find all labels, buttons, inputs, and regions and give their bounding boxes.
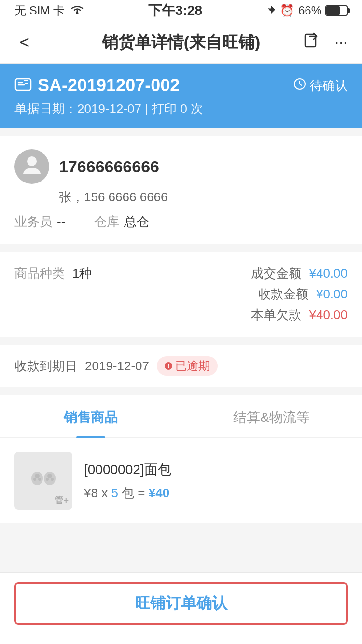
warehouse-detail: 仓库 总仓 [94,213,149,230]
product-price: ¥8 x 5 包 = ¥40 [84,485,348,502]
product-qty: 5 [111,486,118,500]
wifi-icon [70,4,84,17]
carrier-label: 无 SIM 卡 [14,3,65,18]
product-total: ¥40 [149,486,169,500]
payment-row: 收款金额 ¥0.00 [258,286,348,303]
product-thumb-label: 管+ [55,494,69,506]
location-icon [266,4,276,17]
due-date-value: 2019-12-07 [85,359,149,374]
amount-value: ¥40.00 [309,266,348,281]
more-button[interactable]: ··· [334,33,348,51]
overdue-badge: ! 已逾期 [157,356,218,376]
order-meta: 单据日期：2019-12-07 | 打印 0 次 [14,100,348,117]
product-item: 管+ [0000002]面包 ¥8 x 5 包 = ¥40 [0,438,362,523]
svg-point-4 [27,156,37,166]
order-icon [14,75,32,96]
payment-label: 收款金额 [258,286,308,303]
alarm-icon: ⏰ [280,4,294,17]
amount-label: 成交金额 [251,265,301,282]
debt-label: 本单欠款 [251,307,301,323]
debt-row: 本单欠款 ¥40.00 [251,307,348,323]
bottom-bar: 旺铺订单确认 [0,572,362,644]
sales-value: -- [57,214,65,229]
battery-percent: 66% [298,4,321,17]
tab-settlement[interactable]: 结算&物流等 [181,395,362,437]
order-status-badge: 待确认 [293,77,348,94]
summary-left: 商品种类 1种 [14,265,92,282]
amount-row: 成交金额 ¥40.00 [251,265,348,282]
due-section: 收款到期日 2019-12-07 ! 已逾期 [0,345,362,387]
customer-phone: 17666666666 [59,157,159,176]
product-type-value: 1种 [72,265,92,282]
avatar-icon [20,153,43,181]
overdue-text: 已逾期 [175,358,210,374]
status-text: 待确认 [310,77,348,94]
order-number: SA-20191207-002 [38,75,180,96]
payment-value: ¥0.00 [316,287,348,302]
tabs-header: 销售商品 结算&物流等 [0,395,362,438]
page-title: 销货单详情(来自旺铺) [102,31,261,54]
summary-section: 商品种类 1种 成交金额 ¥40.00 收款金额 ¥0.00 本单欠款 ¥40.… [0,252,362,337]
customer-name: 张，156 6666 6666 [59,189,348,206]
sales-label: 业务员 [14,213,52,230]
customer-details: 业务员 -- 仓库 总仓 [14,213,348,230]
summary-right: 成交金额 ¥40.00 收款金额 ¥0.00 本单欠款 ¥40.00 [251,265,348,323]
svg-point-7 [33,478,36,481]
header-card-top: SA-20191207-002 待确认 [14,75,348,96]
product-thumbnail: 管+ [14,452,72,510]
product-info: [0000002]面包 ¥8 x 5 包 = ¥40 [84,461,348,502]
overdue-dot-icon: ! [165,362,172,370]
warehouse-value: 总仓 [124,213,149,230]
nav-bar: < 销货单详情(来自旺铺) ··· [0,21,362,64]
nav-actions: ··· [304,32,348,53]
due-date-label: 收款到期日 [14,358,77,375]
svg-point-0 [76,12,79,14]
confirm-order-button[interactable]: 旺铺订单确认 [14,582,348,625]
tabs-section: 销售商品 结算&物流等 管+ [0000002]面包 ¥8 [0,395,362,523]
svg-point-12 [51,478,54,481]
status-right: ⏰ 66% [266,4,348,17]
header-card: SA-20191207-002 待确认 单据日期：2019-12-07 | 打印… [0,64,362,128]
status-time: 下午3:28 [148,1,202,20]
clock-icon [293,78,306,94]
svg-point-6 [35,474,40,478]
tab-sales-products[interactable]: 销售商品 [0,395,181,437]
product-name: [0000002]面包 [84,461,348,479]
product-type-label: 商品种类 [14,265,65,282]
svg-point-10 [47,474,52,478]
svg-point-11 [46,478,49,481]
customer-section: 17666666666 张，156 6666 6666 业务员 -- 仓库 总仓 [0,136,362,244]
status-left: 无 SIM 卡 [14,3,84,18]
warehouse-label: 仓库 [94,213,119,230]
svg-point-8 [38,478,41,481]
order-id: SA-20191207-002 [14,75,180,96]
avatar [14,149,49,184]
sales-detail: 业务员 -- [14,213,65,230]
back-button[interactable]: < [14,28,34,57]
share-button[interactable] [304,32,320,53]
debt-value: ¥40.00 [309,308,348,322]
battery-icon [325,5,348,16]
customer-row: 17666666666 [14,149,348,184]
status-bar: 无 SIM 卡 下午3:28 ⏰ 66% [0,0,362,21]
